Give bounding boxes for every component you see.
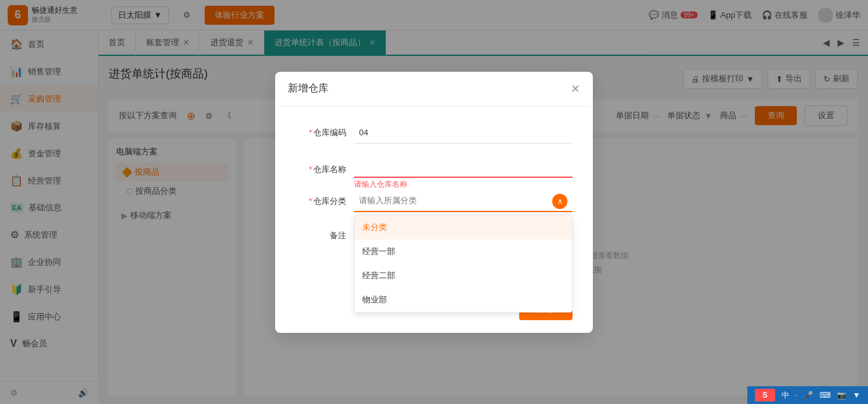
category-input[interactable] [354,191,573,212]
name-input[interactable] [354,156,573,178]
status-bar: S 中 · 🎤 ⌨ 📷 ▼ [747,386,868,404]
category-dropdown-arrow[interactable]: ∧ [552,194,567,209]
modal-header: 新增仓库 ✕ [275,72,593,107]
status-item-mic[interactable]: 🎤 [804,391,813,400]
dropdown-item-2[interactable]: 经营二部 [355,264,572,288]
new-warehouse-modal: 新增仓库 ✕ 仓库编码 仓库名称 请输入仓库名称 仓库分类 [275,72,593,333]
name-label: 仓库名称 [295,159,346,175]
form-row-category: 仓库分类 ∧ 未分类 经营一部 经营二部 物业部 [295,191,573,212]
form-row-name: 仓库名称 请输入仓库名称 [295,156,573,178]
status-item-camera[interactable]: 📷 [837,391,846,400]
dropdown-item-1[interactable]: 经营一部 [355,239,572,264]
modal-overlay[interactable]: 新增仓库 ✕ 仓库编码 仓库名称 请输入仓库名称 仓库分类 [0,0,868,404]
remark-label: 备注 [295,225,346,241]
s-logo: S [755,389,775,401]
modal-close-button[interactable]: ✕ [571,82,580,96]
code-input[interactable] [354,122,573,144]
status-item-dot: · [796,391,797,400]
modal-body: 仓库编码 仓库名称 请输入仓库名称 仓库分类 ∧ 未分类 [275,107,593,291]
status-item-zh[interactable]: 中 [782,390,789,401]
category-select-container: ∧ 未分类 经营一部 经营二部 物业部 [354,191,573,212]
name-error-msg: 请输入仓库名称 [354,179,407,190]
form-row-code: 仓库编码 [295,122,573,144]
code-label: 仓库编码 [295,122,346,138]
category-label: 仓库分类 [295,191,346,207]
modal-title: 新增仓库 [288,82,329,95]
status-item-keyboard[interactable]: ⌨ [820,391,831,400]
dropdown-item-3[interactable]: 物业部 [355,288,572,312]
category-dropdown-list: 未分类 经营一部 经营二部 物业部 [354,215,573,313]
dropdown-item-0[interactable]: 未分类 [355,215,572,239]
status-item-arrow[interactable]: ▼ [853,391,860,400]
